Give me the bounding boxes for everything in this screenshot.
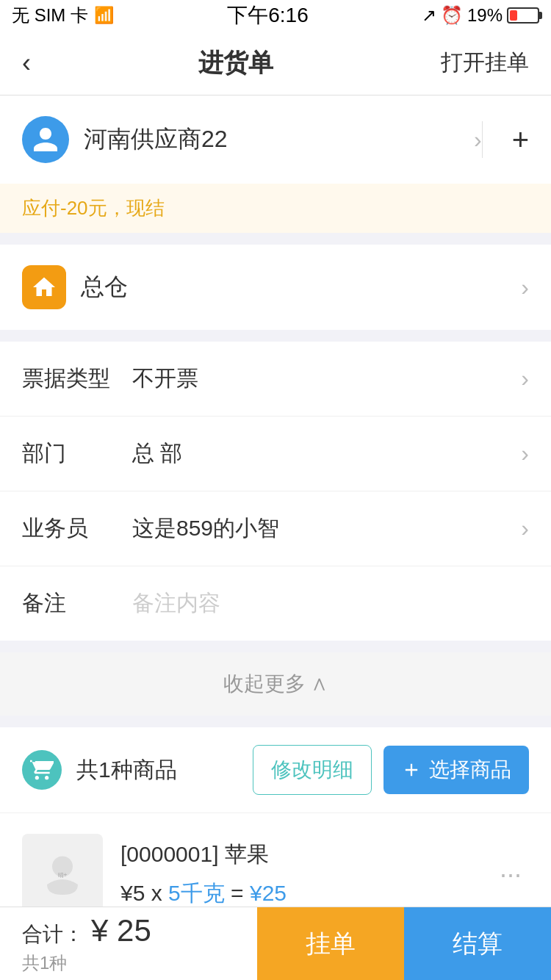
product-price: ¥5 x 5千克 = ¥25	[120, 879, 492, 909]
form-section: 票据类型 不开票 › 部门 总 部 › 业务员 这是859的小智 › 备注 备注…	[0, 342, 551, 641]
product-section: 共1种商品 修改明细 选择商品 晴+ [0000001] 苹果 ¥5 x	[0, 727, 551, 935]
open-pending-button[interactable]: 打开挂单	[441, 48, 529, 78]
equals-sign: =	[231, 881, 250, 905]
warehouse-icon-bg	[22, 265, 66, 309]
unit-price: ¥5	[120, 881, 145, 905]
salesperson-label: 业务员	[22, 514, 110, 544]
total-price: ¥25	[250, 881, 287, 905]
product-name: [0000001] 苹果	[120, 840, 492, 870]
status-left: 无 SIM 卡 📶	[12, 4, 114, 27]
product-count-label: 共1种商品	[76, 755, 253, 785]
warehouse-section: 总仓 ›	[0, 245, 551, 330]
alarm-icon: ⏰	[441, 5, 463, 26]
modify-detail-button[interactable]: 修改明细	[253, 745, 372, 795]
product-code: [0000001]	[120, 842, 218, 866]
remark-row[interactable]: 备注 备注内容	[0, 566, 551, 641]
supplier-section: 河南供应商22 › +	[0, 96, 551, 184]
status-bar: 无 SIM 卡 📶 下午6:16 ↗ ⏰ 19%	[0, 0, 551, 31]
total-label: 合计：	[22, 920, 84, 948]
cart-icon	[30, 758, 54, 782]
person-icon	[31, 125, 60, 154]
invoice-type-row[interactable]: 票据类型 不开票 ›	[0, 342, 551, 417]
checkout-button[interactable]: 结算	[404, 907, 551, 981]
time-label: 下午6:16	[227, 1, 309, 29]
battery-icon	[507, 7, 539, 24]
location-icon: ↗	[422, 5, 436, 26]
product-thumbnail: 晴+	[22, 834, 103, 915]
department-chevron: ›	[521, 440, 529, 467]
quantity: 5千克	[168, 881, 225, 905]
invoice-type-value: 不开票	[110, 364, 521, 394]
select-product-button[interactable]: 选择商品	[383, 746, 529, 794]
supplier-row[interactable]: 河南供应商22 › +	[0, 96, 551, 184]
warehouse-chevron-icon: ›	[521, 274, 529, 301]
supplier-name: 河南供应商22	[84, 123, 474, 156]
warehouse-row[interactable]: 总仓 ›	[0, 245, 551, 330]
select-product-label: 选择商品	[429, 756, 511, 784]
collapse-bar[interactable]: 收起更多 ∧	[0, 652, 551, 716]
invoice-type-label: 票据类型	[22, 364, 110, 394]
warehouse-name: 总仓	[81, 271, 521, 303]
invoice-type-chevron: ›	[521, 365, 529, 392]
product-placeholder-icon: 晴+	[37, 849, 88, 900]
hang-order-button[interactable]: 挂单	[257, 907, 404, 981]
product-title: 苹果	[225, 842, 269, 866]
total-amount: ¥ 25	[91, 913, 151, 948]
more-options-button[interactable]: ···	[492, 859, 529, 890]
supplier-avatar	[22, 116, 69, 163]
page-title: 进货单	[198, 46, 273, 80]
total-count: 共1种	[22, 951, 235, 975]
svg-text:晴+: 晴+	[58, 871, 68, 879]
add-supplier-button[interactable]: +	[512, 123, 529, 156]
nav-bar: ‹ 进货单 打开挂单	[0, 31, 551, 96]
remark-label: 备注	[22, 588, 110, 619]
department-label: 部门	[22, 439, 110, 469]
supplier-chevron-icon: ›	[474, 126, 482, 154]
home-icon	[31, 274, 57, 300]
salesperson-value: 这是859的小智	[110, 514, 521, 544]
remark-input[interactable]: 备注内容	[110, 588, 529, 619]
multiply-sign: x	[151, 881, 168, 905]
salesperson-chevron: ›	[521, 515, 529, 542]
salesperson-row[interactable]: 业务员 这是859的小智 ›	[0, 491, 551, 566]
add-cart-icon	[401, 760, 422, 780]
product-info: [0000001] 苹果 ¥5 x 5千克 = ¥25	[120, 840, 492, 909]
carrier-label: 无 SIM 卡	[12, 4, 88, 27]
cart-icon-bg	[22, 750, 62, 790]
battery-percent: 19%	[467, 5, 503, 26]
total-section: 合计： ¥ 25 共1种	[0, 913, 257, 975]
status-right: ↗ ⏰ 19%	[422, 5, 539, 26]
wifi-icon: 📶	[94, 6, 114, 25]
supplier-divider	[482, 121, 483, 158]
bottom-bar: 合计： ¥ 25 共1种 挂单 结算	[0, 907, 551, 980]
department-row[interactable]: 部门 总 部 ›	[0, 417, 551, 491]
department-value: 总 部	[110, 439, 521, 469]
product-header: 共1种商品 修改明细 选择商品	[0, 727, 551, 813]
back-button[interactable]: ‹	[22, 48, 31, 79]
alert-banner: 应付-20元，现结	[0, 184, 551, 233]
total-row: 合计： ¥ 25	[22, 913, 235, 948]
